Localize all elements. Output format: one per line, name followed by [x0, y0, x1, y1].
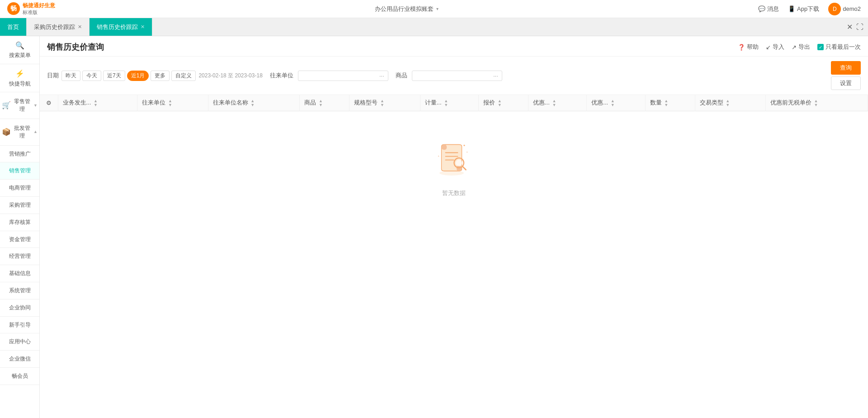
export-btn[interactable]: ↗ 导出: [792, 43, 810, 51]
sort-icon: ▲▼: [319, 99, 323, 107]
col-biz-date[interactable]: 业务发生... ▲▼: [58, 95, 137, 111]
date-filter-group: 日期 昨天 今天 近7天 近1月 更多 自定义 2023-02-18 至 202…: [47, 71, 263, 81]
tab-sales-history[interactable]: 销售历史价跟踪 ✕: [90, 18, 152, 36]
header-left: 畅 畅捷通好生意 标准版: [7, 2, 55, 16]
counterpart-input-wrap[interactable]: ···: [298, 71, 388, 81]
col-discount1[interactable]: 优惠... ▲▼: [528, 95, 586, 111]
svg-text:✦: ✦: [463, 143, 466, 147]
sidebar-item-member-club[interactable]: 畅会员: [0, 368, 39, 385]
sidebar-item-system-mgmt[interactable]: 系统管理: [0, 282, 39, 299]
sort-icon: ▲▼: [611, 99, 615, 107]
sidebar-item-search-menu[interactable]: 🔍 搜索菜单: [0, 36, 39, 64]
col-quoted-price[interactable]: 报价 ▲▼: [479, 95, 528, 111]
date-btn-more[interactable]: 更多: [151, 71, 170, 81]
date-btn-custom[interactable]: 自定义: [171, 71, 196, 81]
sidebar-item-operations-mgmt[interactable]: 经营管理: [0, 248, 39, 265]
counterpart-label: 往来单位: [270, 71, 293, 80]
col-quantity[interactable]: 数量 ▲▼: [645, 95, 695, 111]
page-title: 销售历史价查询: [47, 42, 104, 52]
wholesale-mgmt-icon: 📦: [2, 127, 11, 137]
col-unit[interactable]: 计量... ▲▼: [420, 95, 478, 111]
col-counterpart-name[interactable]: 往来单位名称 ▲▼: [208, 95, 300, 111]
workspace-selector[interactable]: 办公用品行业模拟账套 ▾: [375, 5, 439, 13]
col-goods[interactable]: 商品 ▲▼: [300, 95, 349, 111]
avatar: D: [828, 3, 841, 15]
sidebar-item-label: 快捷导航: [9, 80, 31, 88]
date-btn-7days[interactable]: 近7天: [103, 71, 125, 81]
sidebar-item-label: 批发管理: [12, 124, 33, 140]
date-btn-today[interactable]: 今天: [82, 71, 101, 81]
sidebar-item-ecommerce-mgmt[interactable]: 电商管理: [0, 180, 39, 197]
only-last-checkbox[interactable]: ✓: [817, 44, 824, 50]
app-download-btn[interactable]: 📱 App下载: [788, 5, 819, 13]
sidebar-item-marketing-promo[interactable]: 营销推广: [0, 146, 39, 163]
sidebar-item-quick-nav[interactable]: ⚡ 快捷导航: [0, 64, 39, 92]
setting-button[interactable]: 设置: [831, 76, 861, 90]
sidebar-item-enterprise-collab[interactable]: 企业协同: [0, 299, 39, 317]
sidebar-item-finance-mgmt[interactable]: 资金管理: [0, 231, 39, 248]
sidebar-item-label: 营销推广: [9, 150, 31, 158]
svg-point-0: [439, 171, 464, 176]
sidebar-item-label: 库存核算: [9, 218, 31, 226]
sidebar-item-wholesale-mgmt[interactable]: 📦 批发管理 ▲: [0, 119, 39, 146]
tab-purchase-history[interactable]: 采购历史价跟踪 ✕: [27, 18, 90, 36]
goods-lookup-icon[interactable]: ···: [493, 72, 498, 79]
tab-purchase-close-icon[interactable]: ✕: [78, 24, 82, 30]
tabs-bar: 首页 采购历史价跟踪 ✕ 销售历史价跟踪 ✕ ✕ ⛶: [0, 18, 868, 36]
counterpart-input[interactable]: [302, 72, 379, 79]
sidebar-item-label: 企业协同: [9, 304, 31, 312]
only-last-checkbox-area[interactable]: ✓ 只看最后一次: [817, 43, 861, 51]
empty-state-icon: ✦ ✦ ✦: [431, 138, 476, 184]
tab-expand-icon[interactable]: ⛶: [856, 23, 863, 31]
empty-state-text: 暂无数据: [442, 189, 466, 197]
counterpart-lookup-icon[interactable]: ···: [379, 72, 384, 79]
query-button[interactable]: 查询: [831, 61, 861, 75]
filter-bar: 日期 昨天 今天 近7天 近1月 更多 自定义 2023-02-18 至 202…: [40, 57, 868, 95]
svg-line-6: [462, 166, 466, 170]
chevron-down-icon: ▼: [33, 103, 38, 109]
workspace-dropdown-arrow[interactable]: ▾: [436, 6, 439, 11]
svg-point-5: [456, 159, 462, 166]
sidebar-item-inventory-check[interactable]: 库存核算: [0, 214, 39, 231]
sidebar-item-app-center[interactable]: 应用中心: [0, 333, 39, 351]
chevron-up-icon: ▲: [33, 129, 38, 135]
sidebar-item-new-guide[interactable]: 新手引导: [0, 317, 39, 334]
date-btn-yesterday[interactable]: 昨天: [61, 71, 80, 81]
tab-home[interactable]: 首页: [0, 18, 27, 36]
goods-input[interactable]: [416, 72, 493, 79]
tab-sales-close-icon[interactable]: ✕: [141, 24, 145, 30]
sidebar-item-sales-mgmt[interactable]: 销售管理: [0, 162, 39, 180]
import-btn[interactable]: ↙ 导入: [766, 43, 784, 51]
sort-icon: ▲▼: [380, 99, 384, 107]
col-discount2[interactable]: 优惠... ▲▼: [587, 95, 645, 111]
sort-icon: ▲▼: [444, 99, 448, 107]
message-icon: 💬: [758, 5, 765, 12]
sidebar: 🔍 搜索菜单 ⚡ 快捷导航 🛒 零售管理 ▼ 📦 批发管理 ▲ 营销推广 销售管…: [0, 36, 40, 418]
logo-area: 畅 畅捷通好生意 标准版: [7, 2, 55, 16]
user-avatar-area[interactable]: D demo2: [828, 3, 861, 15]
col-spec[interactable]: 规格型号 ▲▼: [349, 95, 420, 111]
help-btn[interactable]: ❓ 帮助: [738, 43, 759, 51]
sidebar-item-purchase-mgmt[interactable]: 采购管理: [0, 197, 39, 214]
import-icon: ↙: [766, 44, 771, 51]
sidebar-item-retail-mgmt[interactable]: 🛒 零售管理 ▼: [0, 92, 39, 119]
sidebar-item-basic-info[interactable]: 基础信息: [0, 265, 39, 282]
counterpart-filter-group: 往来单位 ···: [270, 71, 388, 81]
col-trade-type[interactable]: 交易类型 ▲▼: [695, 95, 765, 111]
header-right: 💬 消息 📱 App下载 D demo2: [758, 3, 861, 15]
col-settings[interactable]: ⚙: [40, 95, 58, 111]
sidebar-item-label: 系统管理: [9, 287, 31, 294]
col-pre-tax-price[interactable]: 优惠前无税单价 ▲▼: [765, 95, 868, 111]
sidebar-item-label: 应用中心: [9, 338, 31, 346]
sort-icon: ▲▼: [168, 99, 172, 107]
settings-gear-icon[interactable]: ⚙: [46, 100, 52, 106]
sidebar-item-enterprise-wechat[interactable]: 企业微信: [0, 351, 39, 368]
tab-close-all-icon[interactable]: ✕: [847, 23, 853, 31]
sidebar-item-label: 采购管理: [9, 201, 31, 209]
message-btn[interactable]: 💬 消息: [758, 5, 779, 13]
col-counterpart-code[interactable]: 往来单位 ▲▼: [137, 95, 208, 111]
help-icon: ❓: [738, 44, 745, 51]
date-btn-1month[interactable]: 近1月: [127, 71, 149, 81]
goods-input-wrap[interactable]: ···: [412, 71, 502, 81]
tab-purchase-history-label: 采购历史价跟踪: [34, 23, 75, 31]
